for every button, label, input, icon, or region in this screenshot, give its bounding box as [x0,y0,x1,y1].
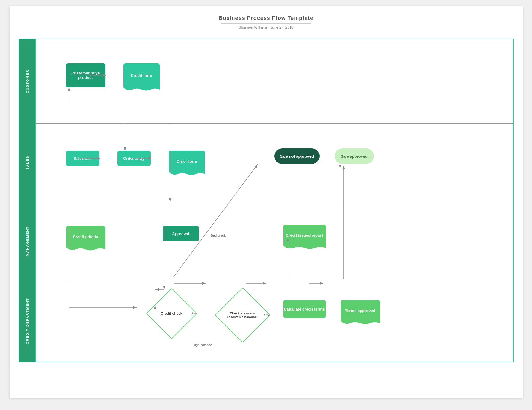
lane-label-sales: SALES [19,124,35,202]
page-subtitle: Shannon Williams | June 27, 2018 [19,25,514,30]
node-order-form: Order form [169,151,205,172]
lane-label-customer: CUSTOMER [19,39,35,124]
node-calculate-credit-terms: Calculate credit terms [283,300,326,318]
credit-issued-report-doc-bottom [283,246,326,250]
credit-criteria-doc-bottom [66,247,105,251]
order-form-doc-bottom [169,172,205,176]
node-credit-criteria: Credit criteria [66,226,105,247]
swim-row-management: Credit criteria Approval Bad credit Cred… [36,202,513,280]
page-header: Business Process Flow Template Shannon W… [19,15,514,30]
node-credit-check: Credit check [154,295,190,332]
swim-row-sales: Sales call Order entry Order form Sale n… [36,124,513,202]
node-sale-not-approved: Sale not approved [274,148,320,164]
node-sales-call: Sales call [66,151,99,166]
node-credit-issued-report: Credit issued report [283,225,326,246]
node-order-entry: Order entry [117,151,151,166]
node-customer-buys: Customer buys product [66,63,105,87]
terms-approved-doc-bottom [341,321,380,325]
swim-row-credit: Credit check OK Check accounts receivabl… [36,280,513,362]
credit-form-doc-bottom [123,87,160,92]
high-balance-label: High balance [193,343,212,347]
ok-label-1: OK [192,311,197,315]
swim-rows: Customer buys product Credit form Sales … [36,39,513,362]
page-title: Business Process Flow Template [19,15,514,21]
swim-row-customer: Customer buys product Credit form [36,39,513,124]
node-sale-approved: Sale approved [335,148,374,164]
title-divider [221,23,311,24]
node-approval: Approval [163,226,199,241]
swim-labels: CUSTOMER SALES MANAGEMENT CREDIT DEPARTM… [19,39,36,362]
diagram-container: CUSTOMER SALES MANAGEMENT CREDIT DEPARTM… [19,39,514,362]
ok-label-2: OK [264,313,269,317]
page: Business Process Flow Template Shannon W… [10,6,523,398]
node-check-accounts: Check accounts receivable balance: [223,295,262,335]
lane-label-management: MANAGEMENT [19,202,35,280]
node-credit-form: Credit form [123,63,160,87]
node-terms-approved: Terms approved [341,300,380,321]
bad-credit-label: Bad credit [211,234,226,237]
lane-label-credit: CREDIT DEPARTMENT [19,280,35,362]
